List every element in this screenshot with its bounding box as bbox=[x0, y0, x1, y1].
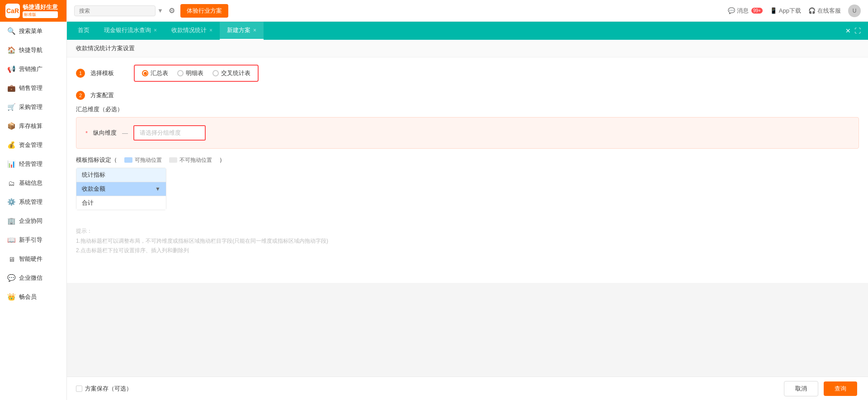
sidebar-label-14: 畅会员 bbox=[19, 293, 37, 301]
dimension-section: 汇总维度（必选） * 纵向维度 — 请选择分组维度 bbox=[76, 105, 859, 149]
step2-badge: 2 bbox=[76, 91, 85, 100]
tab-1[interactable]: 现金银行流水查询× bbox=[97, 22, 164, 40]
tab-2[interactable]: 收款情况统计× bbox=[164, 22, 220, 40]
legend-draggable-dot bbox=[124, 157, 132, 163]
sidebar-item-6[interactable]: 💰资金管理 bbox=[0, 136, 66, 155]
sidebar-label-2: 营销推广 bbox=[19, 65, 42, 73]
legend-fixed-label: 不可拖动位置 bbox=[179, 156, 212, 164]
support-btn[interactable]: 🎧 在线客服 bbox=[808, 7, 841, 15]
sidebar-item-5[interactable]: 📦库存核算 bbox=[0, 117, 66, 136]
tab-label-2: 收款情况统计 bbox=[171, 26, 207, 34]
indicator-table-title: 统计指标 bbox=[76, 168, 166, 182]
tab-close-2[interactable]: × bbox=[209, 27, 212, 33]
tab-0[interactable]: 首页 bbox=[71, 22, 97, 40]
query-button[interactable]: 查询 bbox=[824, 381, 857, 396]
legend-fixed: 不可拖动位置 bbox=[169, 156, 212, 164]
close-all-icon[interactable]: ✕ bbox=[845, 27, 851, 34]
step1-row: 1 选择模板 汇总表 明细表 交叉统计表 bbox=[76, 65, 859, 82]
dim-arrow: — bbox=[122, 130, 128, 136]
sidebar-icon-12: 🖥 bbox=[7, 255, 15, 263]
radio-cross[interactable]: 交叉统计表 bbox=[212, 69, 250, 77]
sidebar-item-1[interactable]: 🏠快捷导航 bbox=[0, 41, 66, 60]
indicator-cell-dropdown-icon[interactable]: ▼ bbox=[155, 186, 160, 192]
sidebar-label-4: 采购管理 bbox=[19, 103, 42, 111]
radio-detail-label: 明细表 bbox=[186, 69, 203, 77]
step2-row: 2 方案配置 bbox=[76, 91, 859, 100]
message-btn[interactable]: 💬 消息 99+ bbox=[728, 7, 763, 15]
sidebar-label-13: 企业微信 bbox=[19, 274, 42, 282]
sidebar-label-3: 销售管理 bbox=[19, 84, 42, 92]
sidebar-item-0[interactable]: 🔍搜索菜单 bbox=[0, 22, 66, 41]
radio-cross-label: 交叉统计表 bbox=[221, 69, 250, 77]
header-search: ▼ bbox=[74, 5, 163, 16]
tab-label-3: 新建方案 bbox=[227, 26, 250, 34]
step1-badge: 1 bbox=[76, 69, 85, 78]
sidebar-item-4[interactable]: 🛒采购管理 bbox=[0, 98, 66, 117]
sidebar-item-8[interactable]: 🗂基础信息 bbox=[0, 174, 66, 193]
indicator-cell-amount[interactable]: 收款金额 ▼ bbox=[76, 182, 166, 196]
save-label: 方案保存（可选） bbox=[85, 385, 132, 393]
sidebar-logo: CaR 畅捷通好生意 标准版 bbox=[0, 0, 66, 22]
indicator-subtotal: 合计 bbox=[76, 196, 166, 210]
sidebar-item-9[interactable]: ⚙️系统管理 bbox=[0, 193, 66, 212]
cancel-button[interactable]: 取消 bbox=[784, 381, 818, 396]
page-wrapper: 收款情况统计方案设置 1 选择模板 汇总表 明细表 bbox=[67, 40, 868, 283]
legend-draggable: 可拖动位置 bbox=[124, 156, 162, 164]
step1-label: 选择模板 bbox=[90, 69, 114, 77]
sidebar-icon-3: 💼 bbox=[7, 84, 15, 92]
sidebar-icon-6: 💰 bbox=[7, 141, 15, 149]
sidebar-icon-4: 🛒 bbox=[7, 103, 15, 111]
radio-detail[interactable]: 明细表 bbox=[177, 69, 203, 77]
sidebar-item-12[interactable]: 🖥智能硬件 bbox=[0, 249, 66, 268]
save-checkbox[interactable] bbox=[76, 386, 82, 392]
sidebar-item-7[interactable]: 📊经营管理 bbox=[0, 155, 66, 174]
sidebar-item-3[interactable]: 💼销售管理 bbox=[0, 79, 66, 98]
tab-bar-right: ✕ ⛶ bbox=[845, 22, 864, 40]
tab-label-1: 现金银行流水查询 bbox=[104, 26, 151, 34]
gear-icon[interactable]: ⚙ bbox=[169, 6, 175, 15]
sidebar-icon-0: 🔍 bbox=[7, 27, 15, 35]
radio-summary[interactable]: 汇总表 bbox=[142, 69, 168, 77]
tab-3[interactable]: 新建方案× bbox=[220, 22, 264, 40]
search-input[interactable] bbox=[74, 5, 156, 16]
indicator-cell-amount-label: 收款金额 bbox=[82, 185, 105, 193]
dim-required: * bbox=[85, 130, 88, 136]
sidebar-icon-1: 🏠 bbox=[7, 46, 15, 54]
sidebar-icon-2: 📢 bbox=[7, 65, 15, 73]
sidebar-icon-7: 📊 bbox=[7, 160, 15, 168]
sidebar-item-10[interactable]: 🏢企业协同 bbox=[0, 212, 66, 231]
download-btn[interactable]: 📱 App下载 bbox=[770, 7, 801, 15]
sidebar: CaR 畅捷通好生意 标准版 🔍搜索菜单🏠快捷导航📢营销推广💼销售管理🛒采购管理… bbox=[0, 0, 67, 400]
indicator-header: 模板指标设定（ 可拖动位置 不可拖动位置 ） bbox=[76, 156, 859, 164]
radio-detail-dot bbox=[177, 70, 184, 76]
logo-name: 畅捷通好生意 bbox=[23, 4, 58, 11]
expand-icon[interactable]: ⛶ bbox=[854, 27, 861, 34]
tips-section: 提示： 1.拖动标题栏可以调整布局，不可跨维度或指标区域拖动栏目字段(只能在同一… bbox=[67, 226, 868, 256]
sidebar-item-13[interactable]: 💬企业微信 bbox=[0, 268, 66, 287]
sidebar-icon-13: 💬 bbox=[7, 274, 15, 282]
radio-cross-dot bbox=[212, 70, 219, 76]
dimension-section-label: 汇总维度（必选） bbox=[76, 105, 859, 113]
tab-close-3[interactable]: × bbox=[253, 27, 256, 33]
sidebar-label-1: 快捷导航 bbox=[19, 46, 42, 54]
sidebar-item-11[interactable]: 📖新手引导 bbox=[0, 231, 66, 249]
step1-section: 1 选择模板 汇总表 明细表 交叉统计表 bbox=[67, 57, 868, 91]
sidebar-label-11: 新手引导 bbox=[19, 236, 42, 244]
download-icon: 📱 bbox=[770, 7, 777, 14]
sidebar-item-2[interactable]: 📢营销推广 bbox=[0, 60, 66, 79]
tab-bar: 首页现金银行流水查询×收款情况统计×新建方案× ✕ ⛶ bbox=[67, 22, 868, 40]
tip-1: 2.点击标题栏下拉可设置排序、插入列和删除列 bbox=[76, 246, 859, 256]
dropdown-icon[interactable]: ▼ bbox=[157, 7, 163, 14]
footer-bar: 方案保存（可选） 取消 查询 bbox=[67, 376, 868, 400]
sidebar-icon-14: 👑 bbox=[7, 293, 15, 301]
industry-btn[interactable]: 体验行业方案 bbox=[180, 4, 228, 18]
sidebar-label-8: 基础信息 bbox=[19, 179, 42, 187]
dimension-select[interactable]: 请选择分组维度 bbox=[133, 125, 206, 141]
indicator-title: 模板指标设定（ bbox=[76, 156, 117, 164]
user-info: U bbox=[848, 5, 861, 17]
sidebar-item-14[interactable]: 👑畅会员 bbox=[0, 287, 66, 306]
indicator-section: 模板指标设定（ 可拖动位置 不可拖动位置 ） bbox=[76, 156, 859, 210]
dim-row: * 纵向维度 — 请选择分组维度 bbox=[85, 125, 206, 141]
tab-close-1[interactable]: × bbox=[154, 27, 157, 33]
page-title: 收款情况统计方案设置 bbox=[67, 40, 868, 57]
